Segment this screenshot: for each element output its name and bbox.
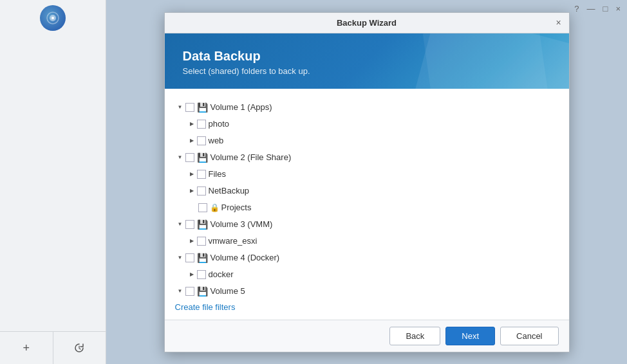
label-vmware: vmware_esxi [209,236,257,246]
sidebar-bottom-bar: + [0,331,106,364]
expand-files[interactable] [187,169,197,179]
dialog-close-button[interactable]: × [554,17,564,28]
label-vol1: Volume 1 (Apps) [211,102,272,112]
label-photo: photo [209,119,230,129]
volume-icon-vol2: 💾 [197,152,208,163]
label-vol4: Volume 4 (Docker) [211,253,280,262]
label-vol3: Volume 3 (VMM) [211,219,273,229]
history-button[interactable] [53,332,106,364]
label-projects: Projects [221,203,252,212]
checkbox-docker[interactable] [197,270,206,279]
label-vol5: Volume 5 [211,286,245,296]
tree-item-vol3[interactable]: 💾 Volume 3 (VMM) [175,216,559,233]
lock-icon-projects: 🔒 [210,203,220,212]
dialog-header-subtitle: Select (shared) folders to back up. [183,66,551,76]
expand-vol3[interactable] [175,219,185,230]
volume-icon-vol3: 💾 [197,219,208,230]
dialog-title: Backup Wizard [337,18,397,28]
checkbox-vol4[interactable] [185,253,194,262]
folder-tree[interactable]: 💾 Volume 1 (Apps) photo [165,96,569,302]
tree-item-vmware[interactable]: vmware_esxi [175,233,559,250]
tree-item-photo[interactable]: photo [175,116,559,132]
checkbox-vol5[interactable] [185,287,194,296]
checkbox-netbackup[interactable] [197,187,206,196]
label-docker: docker [209,269,234,279]
dialog-footer: Back Next Cancel [165,320,569,352]
tree-item-web[interactable]: web [175,132,559,149]
checkbox-vmware[interactable] [197,237,206,246]
expand-docker[interactable] [187,269,197,280]
tree-item-projects[interactable]: 🔒 Projects [175,199,559,216]
svg-point-2 [51,17,54,19]
volume-icon-vol4: 💾 [197,253,208,263]
create-file-filters-link[interactable]: Create file filters [165,298,246,316]
label-files: Files [209,169,226,179]
expand-vol4[interactable] [175,253,185,263]
expand-vol1[interactable] [175,102,185,113]
checkbox-vol2[interactable] [185,153,194,162]
backup-wizard-dialog: Backup Wizard × Data Backup Select (shar… [164,12,570,352]
checkbox-vol3[interactable] [185,220,194,229]
expand-netbackup[interactable] [187,186,197,196]
tree-item-files[interactable]: Files [175,166,559,183]
dialog-header: Data Backup Select (shared) folders to b… [165,33,569,89]
checkbox-web[interactable] [197,136,206,145]
label-netbackup: NetBackup [209,186,250,196]
expand-vol5[interactable] [175,286,185,296]
back-button[interactable]: Back [389,327,440,345]
expand-photo[interactable] [187,119,197,129]
dialog-overlay: Backup Wizard × Data Backup Select (shar… [106,0,627,364]
checkbox-files[interactable] [197,170,206,179]
desktop: + ? — □ × Backup Wizard × Da [0,0,627,364]
cancel-button[interactable]: Cancel [500,327,558,345]
add-button[interactable]: + [0,332,53,364]
tree-item-vol5[interactable]: 💾 Volume 5 [175,283,559,300]
tree-item-netbackup[interactable]: NetBackup [175,183,559,199]
sidebar: + [0,0,106,364]
checkbox-photo[interactable] [197,120,206,129]
dialog-titlebar: Backup Wizard × [165,13,569,33]
tree-item-docker[interactable]: docker [175,266,559,283]
tree-item-vol1[interactable]: 💾 Volume 1 (Apps) [175,99,559,116]
dialog-header-title: Data Backup [183,49,551,64]
label-vol2: Volume 2 (File Share) [211,152,292,162]
dialog-body: 💾 Volume 1 (Apps) photo [165,89,569,320]
volume-icon-vol1: 💾 [197,102,208,113]
checkbox-projects[interactable] [198,203,207,212]
checkbox-vol1[interactable] [185,103,194,112]
label-web: web [209,136,224,145]
tree-item-vol4[interactable]: 💾 Volume 4 (Docker) [175,250,559,266]
volume-icon-vol5: 💾 [197,286,208,296]
tree-item-vol2[interactable]: 💾 Volume 2 (File Share) [175,149,559,166]
app-logo [40,5,66,31]
expand-vol2[interactable] [175,152,185,163]
expand-web[interactable] [187,136,197,146]
expand-vmware[interactable] [187,236,197,246]
next-button[interactable]: Next [445,327,495,345]
